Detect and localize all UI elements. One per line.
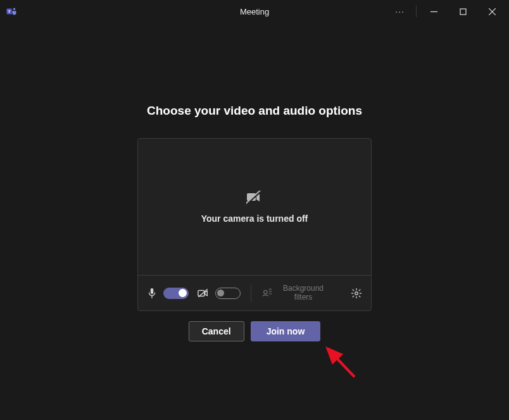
svg-point-17 xyxy=(355,291,358,295)
settings-button[interactable] xyxy=(351,288,362,299)
join-now-button[interactable]: Join now xyxy=(251,321,321,341)
svg-point-13 xyxy=(264,290,267,293)
camera-icon[interactable] xyxy=(198,288,209,298)
teams-app-icon: T xyxy=(5,5,18,18)
background-filters-icon xyxy=(261,287,273,300)
annotation-arrow xyxy=(320,342,364,386)
cancel-button[interactable]: Cancel xyxy=(189,321,244,341)
background-filters-label: Background filters xyxy=(278,284,329,302)
svg-rect-9 xyxy=(151,288,154,293)
titlebar-separator xyxy=(416,6,417,17)
svg-point-2 xyxy=(13,8,15,10)
more-options-button[interactable]: ··· xyxy=(386,6,413,16)
minimize-button[interactable] xyxy=(419,2,448,21)
camera-off-icon xyxy=(246,191,263,207)
microphone-toggle[interactable] xyxy=(163,288,189,299)
video-preview-area: Your camera is turned off xyxy=(138,139,371,275)
camera-off-text: Your camera is turned off xyxy=(201,213,308,224)
av-controls-row: Background filters xyxy=(138,275,371,310)
svg-line-19 xyxy=(327,348,355,377)
titlebar: T Meeting ··· xyxy=(0,0,509,23)
camera-toggle[interactable] xyxy=(215,288,241,299)
main-content: Choose your video and audio options Your… xyxy=(0,23,509,341)
video-preview-card: Your camera is turned off xyxy=(137,138,372,311)
svg-rect-4 xyxy=(460,9,466,15)
svg-rect-11 xyxy=(198,290,204,296)
controls-divider xyxy=(251,284,251,302)
maximize-button[interactable] xyxy=(448,2,477,21)
background-filters-button[interactable]: Background filters xyxy=(261,284,329,302)
page-heading: Choose your video and audio options xyxy=(147,104,362,118)
footer-buttons: Cancel Join now xyxy=(189,321,321,341)
close-button[interactable] xyxy=(477,2,506,21)
window-title: Meeting xyxy=(240,7,269,16)
microphone-icon[interactable] xyxy=(147,288,157,299)
svg-text:T: T xyxy=(8,9,11,13)
